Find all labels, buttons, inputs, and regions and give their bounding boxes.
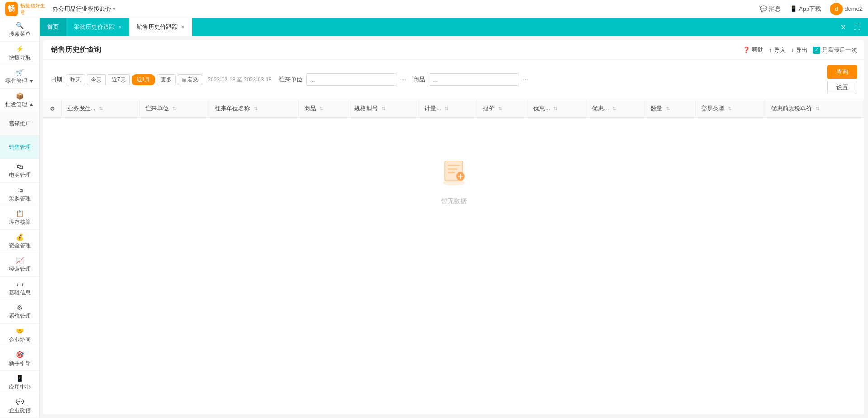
last-one-only-checkbox[interactable]: ✓ 只看最后一次 bbox=[813, 46, 857, 54]
date-buttons: 昨天 今天 近7天 近1月 更多 自定义 bbox=[66, 74, 202, 86]
th-partner-name[interactable]: 往来单位名称 ⇅ bbox=[209, 100, 298, 118]
date-btn-today[interactable]: 今天 bbox=[87, 74, 106, 86]
user-action[interactable]: d demo2 bbox=[830, 3, 863, 15]
sidebar-item-search-menu[interactable]: 🔍 搜索菜单 bbox=[0, 18, 39, 42]
goods-more-icon[interactable]: ··· bbox=[523, 76, 528, 84]
svg-rect-2 bbox=[448, 165, 460, 166]
purchase-history-tab-label: 采购历史价跟踪 bbox=[74, 23, 115, 31]
basic-info-icon: 🗃 bbox=[17, 280, 23, 288]
date-label: 日期 bbox=[51, 76, 62, 84]
empty-state: 暂无数据 bbox=[43, 118, 864, 242]
help-icon: ❓ bbox=[743, 47, 750, 53]
top-bar: 畅 畅捷信好生意 办公用品行业模拟账套 ▾ 💬 消息 📱 App下载 d dem… bbox=[0, 0, 868, 18]
help-button[interactable]: ❓ 帮助 bbox=[743, 46, 764, 54]
source-unit-label: 往来单位 bbox=[279, 76, 302, 84]
workspace-selector[interactable]: 办公用品行业模拟账套 ▾ bbox=[52, 5, 116, 13]
th-quantity[interactable]: 数量 ⇅ bbox=[645, 100, 695, 118]
settings-button[interactable]: 设置 bbox=[827, 81, 857, 94]
th-spec[interactable]: 规格型号 ⇅ bbox=[349, 100, 419, 118]
sidebar-item-basic-info[interactable]: 🗃 基础信息 bbox=[0, 277, 39, 300]
table-container: ⚙ 业务发生... ⇅ 往来单位 ⇅ 往来单位名称 ⇅ 商品 ⇅ 规格型号 ⇅ … bbox=[43, 100, 864, 414]
user-label: demo2 bbox=[844, 5, 863, 12]
sidebar-item-purchase-mgmt[interactable]: 🗂 采购管理 bbox=[0, 183, 39, 206]
sidebar-item-quick-nav[interactable]: ⚡ 快捷导航 bbox=[0, 42, 39, 65]
coop-icon: 🤝 bbox=[16, 328, 24, 335]
maximize-window-button[interactable]: ⛶ bbox=[852, 21, 863, 33]
data-table: ⚙ 业务发生... ⇅ 往来单位 ⇅ 往来单位名称 ⇅ 商品 ⇅ 规格型号 ⇅ … bbox=[43, 100, 864, 118]
source-unit-filter-group: 往来单位 ··· bbox=[279, 73, 406, 86]
search-icon: 🔍 bbox=[16, 22, 24, 29]
th-discount2[interactable]: 优惠... ⇅ bbox=[586, 100, 645, 118]
sidebar-item-app-center[interactable]: 📱 应用中心 bbox=[0, 371, 39, 394]
sidebar-item-enterprise-coop[interactable]: 🤝 企业协同 bbox=[0, 324, 39, 347]
sidebar-item-finance-mgmt[interactable]: 💰 资金管理 bbox=[0, 230, 39, 253]
th-partner-code[interactable]: 往来单位 ⇅ bbox=[139, 100, 209, 118]
sidebar-item-label: 库存核算 bbox=[9, 218, 31, 226]
date-btn-yesterday[interactable]: 昨天 bbox=[66, 74, 85, 86]
th-quote[interactable]: 报价 ⇅ bbox=[477, 100, 528, 118]
date-btn-more[interactable]: 更多 bbox=[157, 74, 176, 86]
th-gear[interactable]: ⚙ bbox=[43, 100, 61, 118]
top-bar-right: 💬 消息 📱 App下载 d demo2 bbox=[760, 3, 863, 15]
top-bar-left: 畅 畅捷信好生意 办公用品行业模拟账套 ▾ bbox=[5, 2, 116, 16]
page-actions: ❓ 帮助 ↑ 导入 ↓ 导出 ✓ 只看最后一次 bbox=[743, 46, 857, 54]
workspace-label: 办公用品行业模拟账套 bbox=[52, 5, 111, 13]
main-layout: 🔍 搜索菜单 ⚡ 快捷导航 🛒 零售管理 ▼ 📦 批发管理 ▲ 营销推广 销售管… bbox=[0, 18, 868, 418]
app-download-label: App下载 bbox=[799, 5, 821, 13]
app-download-icon: 📱 bbox=[790, 5, 797, 12]
close-icon[interactable]: × bbox=[118, 24, 122, 30]
date-btn-7days[interactable]: 近7天 bbox=[108, 74, 130, 86]
tab-sales-history[interactable]: 销售历史价跟踪 × bbox=[129, 18, 192, 36]
retail-icon: 🛒 bbox=[16, 69, 24, 76]
empty-state-icon bbox=[436, 154, 472, 190]
sidebar-item-ecommerce-mgmt[interactable]: 🛍 电商管理 bbox=[0, 159, 39, 183]
query-buttons: 查询 设置 bbox=[827, 65, 857, 94]
sidebar-item-system-mgmt[interactable]: ⚙ 系统管理 bbox=[0, 300, 39, 324]
system-icon: ⚙ bbox=[17, 304, 23, 311]
th-unit[interactable]: 计量... ⇅ bbox=[419, 100, 477, 118]
th-discount1[interactable]: 优惠... ⇅ bbox=[528, 100, 586, 118]
th-trade-type[interactable]: 交易类型 ⇅ bbox=[695, 100, 765, 118]
date-btn-custom[interactable]: 自定义 bbox=[178, 74, 202, 86]
empty-text: 暂无数据 bbox=[441, 197, 467, 205]
th-biz-date[interactable]: 业务发生... ⇅ bbox=[61, 100, 139, 118]
page-inner: 销售历史价查询 ❓ 帮助 ↑ 导入 ↓ 导出 bbox=[43, 40, 864, 414]
page-content: 销售历史价查询 ❓ 帮助 ↑ 导入 ↓ 导出 bbox=[40, 36, 868, 418]
sidebar-item-retail-mgmt[interactable]: 🛒 零售管理 ▼ bbox=[0, 65, 39, 89]
business-icon: 📈 bbox=[16, 257, 24, 264]
tab-home[interactable]: 首页 bbox=[40, 18, 66, 36]
date-range-display: 2023-02-18 至 2023-03-18 bbox=[208, 76, 271, 84]
logo-area: 畅 畅捷信好生意 bbox=[5, 2, 45, 16]
sidebar-item-newbie-guide[interactable]: 🎯 新手引导 bbox=[0, 347, 39, 371]
ecommerce-icon: 🛍 bbox=[17, 163, 23, 170]
date-btn-1month[interactable]: 近1月 bbox=[132, 74, 156, 86]
sidebar-item-label: 企业微信 bbox=[9, 407, 31, 414]
import-button[interactable]: ↑ 导入 bbox=[769, 46, 786, 54]
sidebar-item-label: 快捷导航 bbox=[9, 54, 31, 62]
sidebar-item-label: 零售管理 ▼ bbox=[5, 77, 34, 85]
source-unit-more-icon[interactable]: ··· bbox=[400, 76, 406, 84]
wechat-icon: 💬 bbox=[16, 398, 24, 405]
sidebar-item-wholesale-mgmt[interactable]: 📦 批发管理 ▲ bbox=[0, 89, 39, 112]
th-pre-tax-price[interactable]: 优惠前无税单价 ⇅ bbox=[765, 100, 864, 118]
sidebar-item-enterprise-wechat[interactable]: 💬 企业微信 bbox=[0, 394, 39, 418]
goods-input[interactable] bbox=[429, 73, 519, 86]
close-window-button[interactable]: ✕ bbox=[839, 21, 848, 33]
source-unit-input[interactable] bbox=[306, 73, 396, 86]
query-button[interactable]: 查询 bbox=[827, 65, 857, 79]
app-download-action[interactable]: 📱 App下载 bbox=[790, 5, 821, 13]
purchase-icon: 🗂 bbox=[17, 186, 23, 194]
close-icon[interactable]: × bbox=[181, 24, 184, 30]
logo-text: 畅捷信好生意 bbox=[20, 2, 45, 15]
sidebar-item-label: 新手引导 bbox=[9, 360, 31, 367]
goods-filter-group: 商品 ··· bbox=[413, 73, 528, 86]
th-goods[interactable]: 商品 ⇅ bbox=[298, 100, 349, 118]
finance-icon: 💰 bbox=[16, 233, 24, 241]
export-button[interactable]: ↓ 导出 bbox=[791, 46, 808, 54]
message-action[interactable]: 💬 消息 bbox=[760, 5, 781, 13]
sidebar-item-marketing[interactable]: 营销推广 bbox=[0, 112, 39, 136]
sidebar-item-sales-mgmt[interactable]: 销售管理 bbox=[0, 136, 39, 159]
sidebar-item-business-mgmt[interactable]: 📈 经营管理 bbox=[0, 253, 39, 277]
sidebar-item-inventory-check[interactable]: 📋 库存核算 bbox=[0, 206, 39, 230]
tab-purchase-history[interactable]: 采购历史价跟踪 × bbox=[66, 18, 129, 36]
